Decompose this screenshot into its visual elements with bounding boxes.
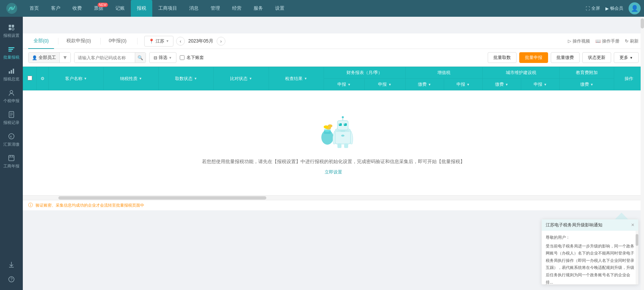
svg-rect-9 xyxy=(8,49,13,50)
employee-dropdown-arrow[interactable]: ▼ xyxy=(60,53,70,63)
select-all-checkbox[interactable] xyxy=(28,76,32,80)
refresh-button[interactable]: ↻ 刷新 xyxy=(625,38,639,44)
tab-tax-report[interactable]: 税款申报(0) xyxy=(61,33,96,49)
tab-zero-report[interactable]: 0申报(0) xyxy=(103,33,132,49)
tab-divider-1 xyxy=(58,38,58,45)
batch-report-button[interactable]: 批量申报 xyxy=(519,52,548,63)
data-table: ⚙ 客户名称 ▼ 纳税性质 ▼ xyxy=(23,67,644,195)
batch-tax-icon xyxy=(7,45,15,53)
svg-rect-3 xyxy=(12,25,14,27)
operation-video-link[interactable]: ▷ 操作视频 xyxy=(568,38,590,44)
settlement-icon: ¥ xyxy=(7,132,15,140)
status-update-button[interactable]: 状态更新 xyxy=(582,52,611,63)
sidebar-item-huisuan[interactable]: ¥ 汇算清缴 xyxy=(0,129,23,151)
notification-header: 江苏电子税务局升级影响通知 × xyxy=(542,219,638,231)
svg-rect-44 xyxy=(336,130,350,132)
th-client-name: 客户名称 ▼ xyxy=(49,67,104,90)
sidebar-item-gongshang[interactable]: 工商年报 xyxy=(0,151,23,172)
prev-month-button[interactable]: ‹ xyxy=(176,37,185,46)
region-selector[interactable]: 📍 江苏 ▼ xyxy=(144,36,173,47)
nav-message[interactable]: 消息 xyxy=(183,0,205,17)
more-chevron-icon: ▼ xyxy=(630,56,633,60)
main-vertical-scrollbar[interactable] xyxy=(641,17,644,290)
compare-status-filter-icon[interactable]: ▼ xyxy=(249,77,252,80)
search-box: 🔍 xyxy=(74,52,146,63)
th-operation: 操作 xyxy=(614,67,644,90)
bottom-bar: ⓘ 验证账密、采集信息均成功的企业才会流转至批量报税页面中 xyxy=(23,200,644,210)
search-button[interactable]: 🔍 xyxy=(135,52,146,63)
svg-point-34 xyxy=(324,126,328,129)
nav-accounting[interactable]: 记账 xyxy=(109,0,131,17)
sidebar-item-baoshui-jilu[interactable]: 报税记录 xyxy=(0,107,23,129)
tabs-bar: 全部(0) 税款申报(0) 0申报(0) 📍 江苏 ▼ ‹ 2023年05月 ›… xyxy=(23,33,644,49)
svg-rect-2 xyxy=(9,25,11,27)
employee-selector[interactable]: 👤 全部员工 ▼ xyxy=(28,52,71,63)
check-result-filter-icon[interactable]: ▼ xyxy=(304,77,307,80)
th-financial-report: 财务报表（月/季） xyxy=(324,67,405,79)
sidebar-item-geshui-shenbao[interactable]: 个税申报 xyxy=(0,85,23,107)
nav-home[interactable]: 首页 xyxy=(23,0,45,17)
nav-operation[interactable]: 经营 xyxy=(226,0,248,17)
horizontal-scrollbar-thumb[interactable] xyxy=(58,196,266,200)
nav-ticket[interactable]: 票据 NEW xyxy=(88,0,109,17)
svg-point-39 xyxy=(339,124,340,125)
client-name-filter-icon[interactable]: ▼ xyxy=(84,77,87,80)
notification-scrollbar[interactable] xyxy=(636,231,638,284)
sidebar-item-baoshui-shezhi[interactable]: 报税设置 xyxy=(0,20,23,42)
empty-state: 若您想使用批量报税功能，请先在【报税设置】中进行报税的初始化设置，完成密码验证和… xyxy=(23,90,644,195)
sidebar-help[interactable]: ? xyxy=(0,272,23,287)
filter-button[interactable]: ⊟ 筛选 ▼ xyxy=(149,52,176,63)
ticket-badge: NEW xyxy=(98,3,108,7)
accounts-checkbox[interactable] xyxy=(180,55,184,60)
svg-rect-4 xyxy=(9,28,11,30)
operation-manual-link[interactable]: 📖 操作手册 xyxy=(595,38,620,44)
more-button[interactable]: 更多 ▼ xyxy=(614,52,639,63)
tab-all[interactable]: 全部(0) xyxy=(28,33,54,49)
fullscreen-icon: ⛶ xyxy=(586,6,590,11)
search-input[interactable] xyxy=(74,53,135,63)
next-month-button[interactable]: › xyxy=(217,37,225,46)
nav-service[interactable]: 服务 xyxy=(248,0,269,17)
edu-fee-pay-filter-icon[interactable]: ▼ xyxy=(590,83,594,86)
notification-scrollbar-thumb[interactable] xyxy=(636,234,638,246)
th-city-tax-pay: 缴费 ▼ xyxy=(482,79,521,90)
checkbox-container[interactable]: 名下账套 xyxy=(180,55,204,61)
nav-items: 首页 客户 收费 票据 NEW 记账 报税 工商项目 消息 管理 经营 服务 设… xyxy=(23,0,586,17)
vip-button[interactable]: ▶ 畅会员 xyxy=(605,5,623,11)
vat-report-filter-icon[interactable]: ▼ xyxy=(388,83,391,86)
nav-tax[interactable]: 报税 xyxy=(131,0,152,17)
fullscreen-button[interactable]: ⛶ 全屏 xyxy=(586,5,600,11)
tax-record-icon xyxy=(7,111,15,119)
svg-rect-21 xyxy=(9,155,14,161)
city-tax-report-filter-icon[interactable]: ▼ xyxy=(467,83,470,86)
horizontal-scrollbar[interactable] xyxy=(23,195,644,200)
user-avatar[interactable]: 👤 xyxy=(629,2,641,14)
fetch-status-filter-icon[interactable]: ▼ xyxy=(194,77,197,80)
notification-body: 尊敬的用户： 受当前电子税务局进一步升级的影响，同一个政务网账号（办税人）名下的… xyxy=(542,231,638,284)
edu-fee-report-filter-icon[interactable]: ▼ xyxy=(544,83,547,86)
filter-chevron-icon: ▼ xyxy=(169,56,172,60)
sidebar-item-baoshui-zonglan[interactable]: 报税总览 xyxy=(0,64,23,85)
batch-pay-button[interactable]: 批量缴费 xyxy=(551,52,580,63)
city-tax-pay-filter-icon[interactable]: ▼ xyxy=(505,83,508,86)
vat-pay-filter-icon[interactable]: ▼ xyxy=(428,83,431,86)
svg-rect-8 xyxy=(8,47,14,48)
notification-close-button[interactable]: × xyxy=(631,222,634,228)
nav-customer[interactable]: 客户 xyxy=(45,0,66,17)
svg-rect-13 xyxy=(13,69,14,74)
nav-business[interactable]: 工商项目 xyxy=(152,0,183,17)
svg-point-33 xyxy=(328,125,332,128)
batch-fetch-button[interactable]: 批量取数 xyxy=(488,52,517,63)
nav-charge[interactable]: 收费 xyxy=(66,0,88,17)
tax-type-filter-icon[interactable]: ▼ xyxy=(139,77,142,80)
svg-point-14 xyxy=(10,90,13,93)
financial-report-filter-icon[interactable]: ▼ xyxy=(347,83,351,86)
sidebar-download[interactable] xyxy=(0,257,23,272)
nav-manage[interactable]: 管理 xyxy=(205,0,226,17)
setup-link[interactable]: 立即设置 xyxy=(325,169,342,175)
nav-settings[interactable]: 设置 xyxy=(269,0,290,17)
main-scrollbar-thumb[interactable] xyxy=(641,18,644,28)
sidebar-item-piliang-baoshui[interactable]: 批量报税 xyxy=(0,42,23,64)
settings-icon: ⚙ xyxy=(41,76,45,81)
tabs-bar-right: ▷ 操作视频 📖 操作手册 ↻ 刷新 xyxy=(568,38,639,44)
